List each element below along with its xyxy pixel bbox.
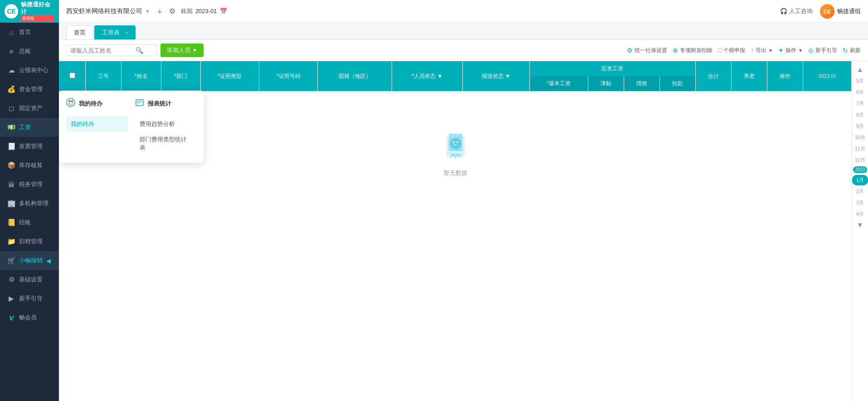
tab-home[interactable]: 首页	[66, 25, 93, 39]
salary-table: 工号 *姓名 *部门 *证照类型 *证照号码 国籍（地区） *人员状态 ▼ 报送…	[59, 61, 852, 91]
svg-point-5	[453, 141, 455, 143]
popup-todo-header: ⏰ 我的待办	[66, 98, 128, 112]
support-button[interactable]: 🎧 人工咨询	[780, 7, 813, 15]
popup-item-dept-cost[interactable]: 部门费用类型统计表	[135, 132, 197, 155]
sidebar-item-multi[interactable]: 🏢 多机构管理	[0, 194, 59, 213]
month-10[interactable]: 10月	[852, 132, 868, 143]
month-9[interactable]: 9月	[852, 121, 868, 131]
sidebar-item-invoice[interactable]: 🧾 发票管理	[0, 137, 59, 156]
col-salary-group: 应发工资	[529, 61, 695, 76]
sidebar-item-home[interactable]: ⌂ 首页	[0, 23, 59, 42]
table-header: 工号 *姓名 *部门 *证照类型 *证照号码 国籍（地区） *人员状态 ▼ 报送…	[59, 61, 852, 91]
svg-point-6	[456, 141, 458, 143]
popup-item-my-todo[interactable]: 我的待办	[66, 116, 128, 132]
select-all-checkbox[interactable]	[69, 72, 75, 78]
report-svg-icon	[135, 98, 144, 107]
sidebar-item-assets[interactable]: ◻ 固定资产	[0, 99, 59, 118]
tab-salary[interactable]: 工资表 ×	[94, 25, 136, 39]
sidebar-item-cloud[interactable]: ☁ 云报表中心	[0, 61, 59, 80]
svg-text:CE: CE	[824, 9, 831, 15]
period-calendar-icon[interactable]: 📅	[220, 8, 227, 14]
col-pension: 养老	[732, 61, 767, 91]
sidebar-item-salary[interactable]: 💵 工资	[0, 118, 59, 137]
month-11[interactable]: 11月	[852, 144, 868, 154]
export-arrow-icon: ▼	[768, 48, 773, 53]
sidebar-label-ledger: 总账	[19, 47, 31, 55]
month-7[interactable]: 7月	[852, 98, 868, 109]
empty-icon	[437, 127, 474, 164]
tax-report-icon: □	[718, 47, 722, 54]
col-dept: *部门	[161, 61, 200, 91]
sidebar-label-multi: 多机构管理	[19, 199, 48, 208]
sidebar-item-tax[interactable]: 🏛 税务管理	[0, 175, 59, 194]
sidebar-item-inventory[interactable]: 📦 库存核算	[0, 156, 59, 175]
sidebar-item-ledger[interactable]: ≡ 总账	[0, 42, 59, 61]
add-person-label: 添加人员	[167, 46, 190, 54]
popup-sections: ⏰ 我的待办 我的待办 报表统计 费用趋势分析 部门费用类型统计表	[66, 98, 197, 155]
social-insurance-icon: ⚙	[627, 47, 633, 54]
col-period: 2023.01	[803, 61, 852, 91]
sidebar-item-close[interactable]: 📒 结账	[0, 213, 59, 232]
tax-icon: 🏛	[7, 181, 15, 188]
col-checkbox[interactable]	[59, 61, 86, 91]
company-selector[interactable]: 西安虾米网络科技有限公司 ▼	[66, 7, 150, 15]
month-8[interactable]: 8月	[852, 110, 868, 120]
todo-svg-icon: ⏰	[66, 98, 75, 107]
refresh-button[interactable]: ↻ 刷新	[843, 47, 861, 54]
finance-icon: 💰	[7, 85, 15, 93]
search-icon[interactable]: 🔍	[136, 47, 143, 54]
social-insurance-button[interactable]: ⚙ 统一社保设置	[627, 47, 667, 54]
sidebar-label-cloud: 云报表中心	[19, 66, 48, 74]
sidebar-item-guide[interactable]: ▶ 新手引导	[0, 289, 59, 308]
operation-arrow-icon: ▼	[798, 48, 803, 53]
invoice-icon: 🧾	[7, 142, 15, 150]
operation-button[interactable]: ✦ 操作 ▼	[778, 47, 803, 54]
sidebar-item-archive[interactable]: 📁 归档管理	[0, 232, 59, 251]
sidebar-item-expense[interactable]: 🛒 小畅报销 ◀	[0, 251, 59, 270]
svg-text:⏰: ⏰	[68, 100, 74, 106]
month-2[interactable]: 2月	[852, 186, 868, 197]
add-person-button[interactable]: 添加人员 ▼	[160, 43, 204, 57]
deduction-icon: ⊕	[673, 47, 678, 54]
app-logo: CE 畅捷通好会计 旗舰版	[0, 0, 59, 23]
social-insurance-label: 统一社保设置	[635, 47, 667, 54]
sidebar-item-member[interactable]: V 畅会员	[0, 308, 59, 327]
month-4[interactable]: 4月	[852, 209, 868, 219]
period-selector: 账期 2023-01 📅	[181, 7, 227, 15]
tab-close-icon[interactable]: ×	[125, 30, 128, 35]
month-6[interactable]: 6月	[852, 87, 868, 97]
expand-arrow-icon: ◀	[46, 257, 51, 264]
user-menu[interactable]: CE 畅捷通组	[820, 4, 861, 19]
col-base-salary: *基本工资	[529, 76, 588, 91]
tax-report-button[interactable]: □ 个税申报	[718, 47, 745, 54]
add-company-button[interactable]: ＋	[155, 6, 164, 17]
add-dropdown-arrow-icon: ▼	[192, 48, 197, 53]
col-idno: *证照号码	[259, 61, 318, 91]
guide-button[interactable]: ◎ 新手引导	[808, 47, 837, 54]
search-input[interactable]	[70, 47, 134, 54]
month-1[interactable]: 1月	[852, 175, 868, 185]
popup-item-cost-trend[interactable]: 费用趋势分析	[135, 116, 197, 132]
scroll-down-button[interactable]: ▼	[856, 220, 865, 230]
month-5[interactable]: 5月	[852, 76, 868, 86]
col-total: 合计	[696, 61, 732, 91]
month-3[interactable]: 3月	[852, 198, 868, 208]
svg-point-4	[450, 138, 461, 149]
expense-icon: 🛒	[7, 256, 15, 265]
popup-col-report: 报表统计 费用趋势分析 部门费用类型统计表	[135, 98, 197, 155]
sidebar-item-settings[interactable]: ⚙ 基础设置	[0, 270, 59, 289]
topbar-right: 🎧 人工咨询 CE 畅捷通组	[780, 4, 861, 19]
scroll-up-button[interactable]: ▲	[856, 65, 865, 75]
headset-icon: 🎧	[780, 8, 787, 14]
company-settings-icon[interactable]: ⚙	[169, 7, 175, 15]
ledger-icon: ≡	[7, 48, 15, 55]
deduction-button[interactable]: ⊕ 专项附加扣除	[673, 47, 713, 54]
export-button[interactable]: ↑ 导出 ▼	[751, 47, 773, 54]
col-name: *姓名	[121, 61, 161, 91]
col-status: *人员状态 ▼	[392, 61, 462, 91]
month-12[interactable]: 12月	[852, 155, 868, 165]
salary-icon: 💵	[7, 123, 15, 131]
company-dropdown-icon: ▼	[145, 9, 150, 14]
sidebar-item-finance[interactable]: 💰 资金管理	[0, 80, 59, 99]
empty-illustration	[437, 127, 474, 164]
